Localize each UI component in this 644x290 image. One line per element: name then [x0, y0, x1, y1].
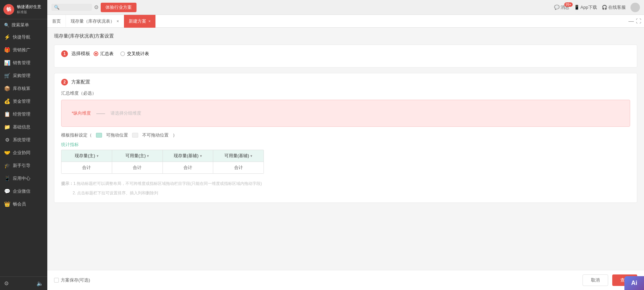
topbar-app-download[interactable]: 📱 App下载 [574, 4, 597, 10]
indicator-data-1: 合计 [112, 162, 163, 173]
step1-header: 1 选择模板 汇总表 交叉统计表 [61, 50, 630, 57]
sidebar-search-label: 搜索菜单 [11, 22, 29, 28]
sidebar-item-system-label: 系统管理 [13, 137, 30, 143]
indicator-col-3-chevron: ▾ [250, 154, 252, 158]
topbar-search-area[interactable]: 🔍 [51, 4, 92, 11]
newbie-icon: 🎓 [4, 163, 10, 169]
legend-draggable-box [96, 133, 102, 138]
sidebar-item-finance[interactable]: 💰 资金管理 [0, 95, 47, 108]
tab-inventory[interactable]: 现存量（库存状况表） × [66, 15, 124, 28]
sidebar-item-purchase[interactable]: 🛒 采购管理 [0, 69, 47, 82]
step1-title: 选择模板 [71, 51, 90, 57]
speaker-icon[interactable]: 🔈 [36, 280, 43, 287]
app-logo-icon: 畅 [3, 4, 14, 15]
step1-badge: 1 [61, 50, 68, 57]
sidebar-item-corp[interactable]: 🤝 企业协同 [0, 146, 47, 159]
sidebar-item-marketing-label: 营销推广 [13, 47, 30, 53]
indicator-col-0-chevron: ▾ [97, 154, 99, 158]
radio-summary-label: 汇总表 [100, 51, 114, 57]
sidebar-item-sales[interactable]: 📊 销售管理 [0, 56, 47, 69]
sidebar-item-basic[interactable]: 📁 基础信息 [0, 121, 47, 134]
radio-crosstab-label: 交叉统计表 [127, 51, 149, 57]
expand-icon[interactable]: ⛶ [636, 18, 641, 24]
sidebar-item-inventory[interactable]: 📦 库存核算 [0, 82, 47, 95]
indicator-col-3[interactable]: 可用量(基辅) ▾ [213, 150, 264, 162]
cancel-button[interactable]: 取消 [583, 274, 608, 286]
dimension-row: *纵向维度 —— 请选择分组维度 [72, 110, 141, 116]
topbar-online-service[interactable]: 🎧 在线客服 [602, 4, 626, 10]
topbar: 🔍 ⚙ 体验行业方案 💬 消息 99+ 📱 App下载 🎧 在线客服 [47, 0, 644, 15]
trial-btn[interactable]: 体验行业方案 [101, 3, 137, 12]
sidebar-item-wechat[interactable]: 💬 企业微信 [0, 185, 47, 198]
indicators-config: 模板指标设定（ 可拖动位置 不可拖动位置 ） 统计指标 现存量(主) ▾ [61, 132, 630, 175]
dimension-config: 汇总维度（必选） *纵向维度 —— 请选择分组维度 [61, 90, 630, 127]
app-icon: 📱 [574, 5, 579, 10]
purchase-icon: 🛒 [4, 73, 10, 79]
sidebar: 畅 畅捷通好生意 标准版 🔍 搜索菜单 ⚡ 快捷导航 🎁 营销推广 📊 销售管理… [0, 0, 47, 290]
tab-new-plan-label: 新建方案 [129, 18, 146, 24]
tip-2: 2. 点击标题栏下拉可设置排序、插入列和删除列 [73, 191, 158, 195]
sidebar-item-quicknav-label: 快捷导航 [13, 34, 30, 40]
sidebar-item-newbie[interactable]: 🎓 新手引导 [0, 159, 47, 172]
floating-ai-button[interactable]: Ai [624, 276, 644, 290]
sidebar-item-purchase-label: 采购管理 [13, 73, 30, 79]
sidebar-item-marketing[interactable]: 🎁 营销推广 [0, 44, 47, 56]
template-indicator-label: 模板指标设定（ [61, 132, 92, 138]
indicator-col-1[interactable]: 可用量(主) ▾ [112, 150, 163, 162]
topbar-message[interactable]: 💬 消息 99+ [554, 4, 569, 10]
sidebar-item-finance-label: 资金管理 [13, 98, 30, 104]
indicator-col-1-chevron: ▾ [147, 154, 149, 158]
radio-summary[interactable]: 汇总表 [94, 51, 114, 57]
sidebar-item-sales-label: 销售管理 [13, 60, 30, 66]
settings-icon[interactable]: ⚙ [4, 280, 9, 287]
search-icon: 🔍 [4, 23, 9, 28]
sidebar-items-list: ⚡ 快捷导航 🎁 营销推广 📊 销售管理 🛒 采购管理 📦 库存核算 💰 资金管… [0, 31, 47, 211]
sidebar-item-system[interactable]: ⚙ 系统管理 [0, 134, 47, 146]
basic-icon: 📁 [4, 124, 10, 130]
sidebar-nav: 🔍 搜索菜单 ⚡ 快捷导航 🎁 营销推广 📊 销售管理 🛒 采购管理 📦 库存核… [0, 19, 47, 276]
dim-placeholder: 请选择分组维度 [110, 110, 141, 116]
indicator-table-title: 统计指标 [61, 142, 630, 148]
save-label: 方案保存(可选) [61, 277, 90, 283]
sidebar-item-inventory-label: 库存核算 [13, 86, 30, 92]
sidebar-item-corp-label: 企业协同 [13, 150, 30, 156]
template-radio-group: 汇总表 交叉统计表 [94, 51, 149, 57]
radio-crosstab-circle [120, 51, 125, 56]
sidebar-item-quicknav[interactable]: ⚡ 快捷导航 [0, 31, 47, 44]
user-avatar[interactable] [630, 3, 640, 12]
tips-area: 提示：1.拖动标题栏可以调整布局，不可跨维度或指标区域拖动栏目字段(只能在同一维… [61, 179, 630, 197]
indicator-table: 现存量(主) ▾ 可用量(主) ▾ 现存量(基辅) ▾ 可用量(基辅) [61, 150, 264, 174]
headset-icon: 🎧 [602, 5, 607, 10]
topbar-search-icon: 🔍 [54, 5, 59, 10]
minimize-icon[interactable]: — [628, 18, 634, 24]
topbar-gear-icon[interactable]: ⚙ [94, 4, 99, 10]
indicator-col-0[interactable]: 现存量(主) ▾ [61, 150, 112, 162]
tab-inventory-label: 现存量（库存状况表） [71, 18, 115, 24]
step2-header: 2 方案配置 [61, 79, 630, 86]
indicator-col-2[interactable]: 现存量(基辅) ▾ [163, 150, 214, 162]
save-checkbox[interactable]: 方案保存(可选) [54, 277, 90, 283]
sidebar-search[interactable]: 🔍 搜索菜单 [0, 19, 47, 31]
corp-icon: 🤝 [4, 150, 10, 156]
quicknav-icon: ⚡ [4, 34, 10, 40]
content-area: 现存量(库存状况表)方案设置 1 选择模板 汇总表 交叉统计表 [47, 28, 644, 270]
sales-icon: 📊 [4, 60, 10, 66]
sidebar-item-appstore[interactable]: 📱 应用中心 [0, 172, 47, 185]
member-icon: 👑 [4, 201, 10, 207]
tab-new-plan-close[interactable]: × [148, 19, 151, 24]
tab-new-plan[interactable]: 新建方案 × [124, 15, 156, 28]
legend-draggable-label: 可拖动位置 [106, 132, 128, 138]
message-badge: 99+ [564, 2, 573, 7]
radio-crosstab[interactable]: 交叉统计表 [120, 51, 149, 57]
tab-home-label: 首页 [52, 18, 61, 24]
indicator-data-0: 合计 [61, 162, 112, 173]
indicator-header-row: 现存量(主) ▾ 可用量(主) ▾ 现存量(基辅) ▾ 可用量(基辅) [61, 150, 264, 162]
dimension-area[interactable]: *纵向维度 —— 请选择分组维度 [61, 100, 630, 127]
tab-inventory-close[interactable]: × [117, 19, 119, 24]
finance-icon: 💰 [4, 98, 10, 104]
sidebar-item-member[interactable]: 👑 畅会员 [0, 198, 47, 211]
save-checkbox-box[interactable] [54, 278, 59, 283]
tab-home[interactable]: 首页 [47, 15, 66, 28]
sidebar-item-management[interactable]: 📋 经营管理 [0, 108, 47, 121]
tip-1: 1.拖动标题栏可以调整布局，不可跨维度或指标区域拖动栏目字段(只能在同一维度或指… [73, 181, 262, 186]
